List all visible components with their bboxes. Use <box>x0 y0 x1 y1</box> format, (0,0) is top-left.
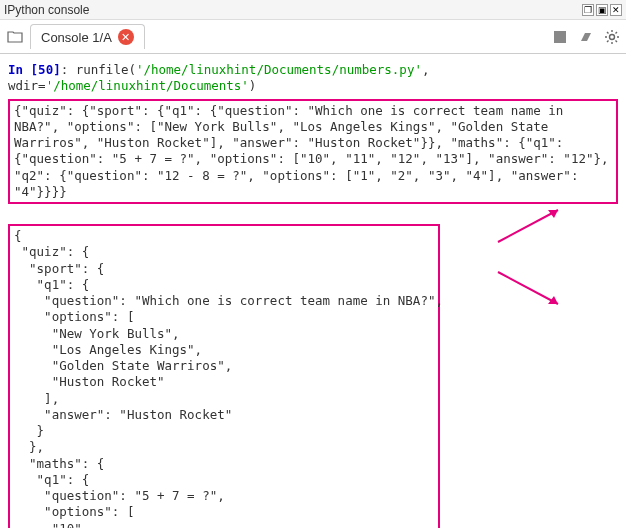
output-pretty-json: { "quiz": { "sport": { "q1": { "question… <box>8 224 440 528</box>
wdir-param: wdir= <box>8 78 46 93</box>
svg-line-4 <box>498 272 558 304</box>
prompt-number: [50] <box>31 62 61 77</box>
close-paren: ) <box>249 78 257 93</box>
settings-icon[interactable] <box>604 29 620 45</box>
window-controls: ❐ ▣ ✕ <box>582 4 622 16</box>
prompt-in: In <box>8 62 31 77</box>
tab-label: Console 1/A <box>41 30 112 45</box>
maximize-button[interactable]: ▣ <box>596 4 608 16</box>
comma: , <box>422 62 430 77</box>
tab-close-icon[interactable]: ✕ <box>118 29 134 45</box>
titlebar: IPython console ❐ ▣ ✕ <box>0 0 626 20</box>
console-output[interactable]: In [50]: runfile('/home/linuxhint/Docume… <box>0 54 626 528</box>
runfile-call: runfile( <box>76 62 136 77</box>
close-window-button[interactable]: ✕ <box>610 4 622 16</box>
annotation-arrow-2 <box>488 264 568 318</box>
svg-point-1 <box>610 34 615 39</box>
window-title: IPython console <box>4 3 89 17</box>
annotation-arrow-1 <box>488 202 568 256</box>
output-compact-json: {"quiz": {"sport": {"q1": {"question": "… <box>8 99 618 205</box>
svg-line-2 <box>498 210 558 242</box>
toolbar-right <box>552 29 620 45</box>
svg-marker-3 <box>548 210 558 218</box>
clear-icon[interactable] <box>578 29 594 45</box>
stop-icon[interactable] <box>552 29 568 45</box>
input-prompt: In [50]: runfile('/home/linuxhint/Docume… <box>8 62 618 95</box>
svg-rect-0 <box>554 31 566 43</box>
restore-button[interactable]: ❐ <box>582 4 594 16</box>
file-arg: '/home/linuxhint/Documents/numbers.py' <box>136 62 422 77</box>
toolbar: Console 1/A ✕ <box>0 20 626 54</box>
toolbar-left: Console 1/A ✕ <box>6 24 145 49</box>
folder-icon[interactable] <box>6 28 24 46</box>
wdir-arg: '/home/linuxhint/Documents' <box>46 78 249 93</box>
svg-marker-5 <box>548 296 558 304</box>
prompt-colon: : <box>61 62 76 77</box>
console-tab[interactable]: Console 1/A ✕ <box>30 24 145 49</box>
